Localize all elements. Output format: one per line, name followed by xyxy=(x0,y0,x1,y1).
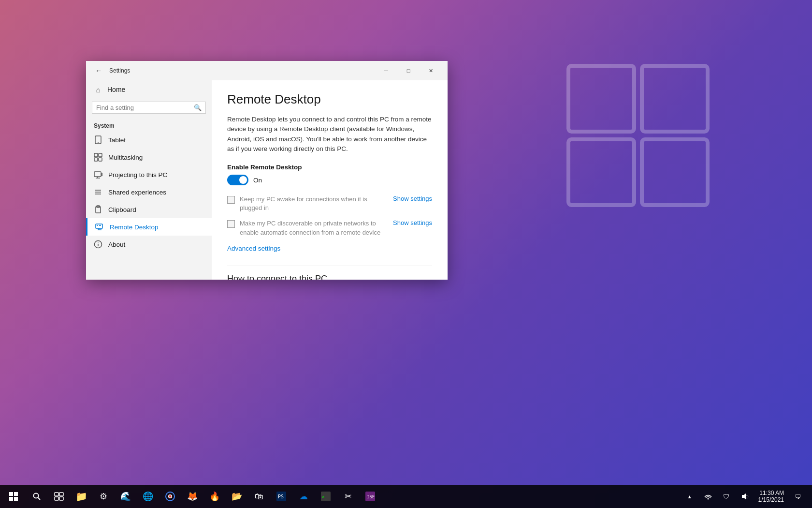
svg-rect-9 xyxy=(99,158,102,161)
taskbar-explorer-button[interactable]: 📁 xyxy=(71,486,92,507)
tablet-icon xyxy=(94,135,102,144)
toggle-knob xyxy=(239,176,247,184)
show-settings-link-2[interactable]: Show settings xyxy=(393,219,432,226)
taskbar-chrome-button[interactable] xyxy=(160,486,181,507)
sidebar-home-label: Home xyxy=(107,86,125,93)
svg-rect-8 xyxy=(94,158,98,161)
projecting-icon xyxy=(94,170,102,179)
about-icon xyxy=(94,240,102,249)
taskbar-notifications-icon[interactable]: 🗨 xyxy=(789,486,806,507)
main-content: ⌂ Home 🔍 System Tablet xyxy=(86,80,448,280)
taskbar-azure-button[interactable]: ☁ xyxy=(293,486,314,507)
taskbar-store-button[interactable]: 🛍 xyxy=(248,486,270,507)
svg-text:ISE: ISE xyxy=(367,494,375,499)
sidebar-item-home[interactable]: ⌂ Home xyxy=(86,80,212,99)
svg-line-32 xyxy=(38,498,41,500)
window-controls: ─ □ ✕ xyxy=(375,63,442,78)
taskbar-folder-button[interactable]: 📂 xyxy=(226,486,247,507)
toggle-row: On xyxy=(227,175,432,185)
svg-rect-3 xyxy=(642,139,708,205)
taskbar: 📁 ⚙ 🌊 🌐 🦊 🔥 📂 🛍 PS ☁ >_ ✂ xyxy=(0,485,812,508)
taskbar-search-button[interactable] xyxy=(26,486,47,507)
svg-text:)))): )))) xyxy=(746,494,749,498)
taskbar-chevron-icon[interactable]: ▲ xyxy=(681,486,698,507)
svg-rect-7 xyxy=(99,153,102,157)
section-divider xyxy=(227,266,432,266)
svg-rect-2 xyxy=(568,139,634,205)
search-input[interactable] xyxy=(96,104,194,111)
svg-rect-30 xyxy=(14,497,18,501)
svg-rect-36 xyxy=(59,497,63,500)
sidebar-item-clipboard-label: Clipboard xyxy=(108,206,136,213)
svg-marker-47 xyxy=(742,493,746,499)
svg-rect-33 xyxy=(55,493,58,496)
advanced-settings-link[interactable]: Advanced settings xyxy=(227,245,280,252)
taskbar-ise-button[interactable]: ISE xyxy=(360,486,381,507)
svg-text:>_: >_ xyxy=(322,494,327,499)
home-icon: ⌂ xyxy=(94,85,102,94)
taskbar-firefox2-button[interactable]: 🔥 xyxy=(204,486,225,507)
taskbar-edge2-button[interactable]: 🌐 xyxy=(137,486,159,507)
sidebar-item-projecting[interactable]: Projecting to this PC xyxy=(86,166,212,183)
sidebar-item-shared-label: Shared experiences xyxy=(108,189,166,196)
multitasking-icon xyxy=(94,153,102,162)
checkbox-row-1: Keep my PC awake for connections when it… xyxy=(227,195,432,212)
sidebar-item-shared[interactable]: Shared experiences xyxy=(86,183,212,201)
sidebar-item-about[interactable]: About xyxy=(86,236,212,253)
taskbar-network-icon[interactable] xyxy=(699,486,717,507)
back-button[interactable]: ← xyxy=(92,64,105,77)
checkbox-1-text: Keep my PC awake for connections when it… xyxy=(240,195,384,212)
sidebar-item-clipboard[interactable]: Clipboard xyxy=(86,201,212,218)
clock-time: 11:30 AM xyxy=(759,490,784,496)
section-subtitle: How to connect to this PC xyxy=(227,274,432,280)
toggle-state-label: On xyxy=(253,177,262,184)
svg-point-31 xyxy=(34,493,39,498)
taskbar-settings-button[interactable]: ⚙ xyxy=(93,486,114,507)
svg-rect-10 xyxy=(94,172,101,177)
checkbox-2-text: Make my PC discoverable on private netwo… xyxy=(240,219,384,237)
checkbox-1[interactable] xyxy=(227,196,235,204)
page-title: Remote Desktop xyxy=(227,92,432,107)
svg-point-39 xyxy=(169,495,172,498)
taskbar-system-tray: ▲ 🛡 )))) 11:30 AM 1/15/2021 🗨 xyxy=(681,486,810,507)
clipboard-icon xyxy=(94,205,102,214)
taskbar-taskview-button[interactable] xyxy=(48,486,70,507)
sidebar-item-remote[interactable]: Remote Desktop xyxy=(86,218,212,236)
search-box[interactable]: 🔍 xyxy=(92,102,206,114)
taskbar-edge-button[interactable]: 🌊 xyxy=(115,486,136,507)
close-button[interactable]: ✕ xyxy=(420,63,442,78)
svg-rect-0 xyxy=(568,66,634,132)
maximize-button[interactable]: □ xyxy=(397,63,420,78)
svg-rect-34 xyxy=(59,493,63,496)
taskbar-snip-button[interactable]: ✂ xyxy=(337,486,359,507)
remote-desktop-toggle[interactable] xyxy=(227,175,248,185)
taskbar-cmd-button[interactable]: >_ xyxy=(315,486,336,507)
search-icon: 🔍 xyxy=(194,104,202,111)
window-title: Settings xyxy=(109,67,375,74)
taskbar-volume-icon[interactable]: )))) xyxy=(736,486,754,507)
sidebar-item-multitasking[interactable]: Multitasking xyxy=(86,149,212,166)
start-button[interactable] xyxy=(2,485,25,508)
sidebar-item-projecting-label: Projecting to this PC xyxy=(108,171,167,179)
page-description: Remote Desktop lets you connect to and c… xyxy=(227,115,432,154)
sidebar-item-multitasking-label: Multitasking xyxy=(108,154,143,161)
minimize-button[interactable]: ─ xyxy=(375,63,397,78)
checkbox-2[interactable] xyxy=(227,220,235,228)
svg-rect-27 xyxy=(9,492,13,496)
taskbar-firefox-button[interactable]: 🦊 xyxy=(182,486,203,507)
taskbar-powershell-button[interactable]: PS xyxy=(271,486,292,507)
svg-rect-19 xyxy=(96,224,102,228)
svg-rect-6 xyxy=(94,153,98,157)
sidebar-item-tablet[interactable]: Tablet xyxy=(86,131,212,149)
taskbar-clock[interactable]: 11:30 AM 1/15/2021 xyxy=(754,486,788,507)
content-panel: Remote Desktop Remote Desktop lets you c… xyxy=(212,80,448,280)
svg-rect-29 xyxy=(9,497,13,501)
sidebar: ⌂ Home 🔍 System Tablet xyxy=(86,80,212,280)
clock-date: 1/15/2021 xyxy=(758,496,784,503)
svg-point-46 xyxy=(707,498,709,500)
checkbox-row-2: Make my PC discoverable on private netwo… xyxy=(227,219,432,237)
show-settings-link-1[interactable]: Show settings xyxy=(393,195,432,202)
toggle-label: Enable Remote Desktop xyxy=(227,164,432,171)
taskbar-vpn-icon[interactable]: 🛡 xyxy=(718,486,735,507)
sidebar-item-tablet-label: Tablet xyxy=(108,136,126,144)
